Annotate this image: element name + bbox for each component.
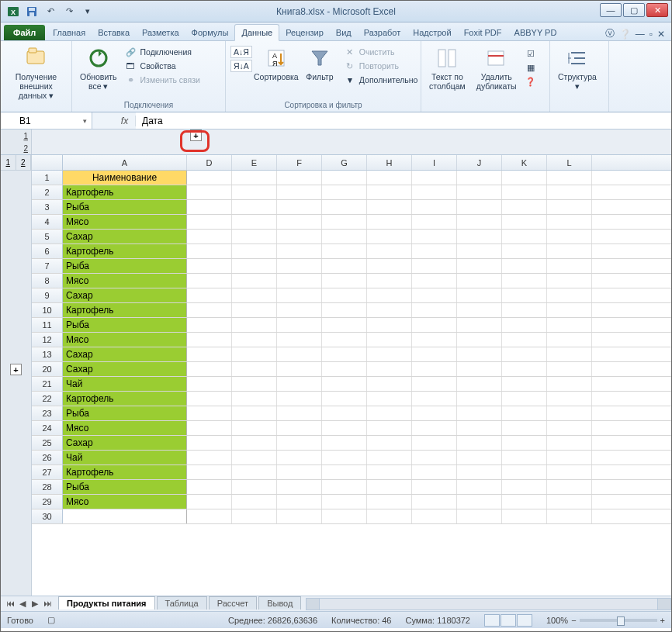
formula-input[interactable]: Дата bbox=[136, 112, 671, 129]
cell[interactable] bbox=[277, 200, 322, 214]
cell[interactable] bbox=[502, 451, 547, 465]
cell[interactable] bbox=[367, 274, 412, 288]
cell-A[interactable]: Чай bbox=[63, 451, 187, 465]
cell[interactable] bbox=[232, 465, 277, 479]
tab-nav-first-icon[interactable]: ⏮ bbox=[4, 599, 16, 609]
tab-home[interactable]: Главная bbox=[47, 25, 92, 40]
col-header-D[interactable]: D bbox=[187, 155, 232, 170]
cell[interactable] bbox=[277, 421, 322, 435]
sort-button[interactable]: АЯ Сортировка bbox=[257, 44, 296, 83]
cell[interactable] bbox=[322, 495, 367, 509]
cell[interactable] bbox=[547, 480, 592, 494]
cell[interactable] bbox=[232, 509, 277, 523]
cell[interactable] bbox=[547, 406, 592, 420]
cell[interactable] bbox=[412, 244, 457, 258]
row-header[interactable]: 13 bbox=[32, 347, 63, 361]
cell[interactable] bbox=[502, 421, 547, 435]
cell[interactable] bbox=[187, 347, 232, 361]
tab-addins[interactable]: Надстрой bbox=[407, 25, 457, 40]
cell[interactable] bbox=[547, 185, 592, 199]
cell[interactable] bbox=[412, 288, 457, 302]
cell[interactable] bbox=[322, 288, 367, 302]
cell[interactable] bbox=[232, 244, 277, 258]
col-header-H[interactable]: H bbox=[367, 155, 412, 170]
col-header-I[interactable]: I bbox=[412, 155, 457, 170]
whatif-icon[interactable]: ❓ bbox=[525, 75, 537, 88]
cell[interactable] bbox=[502, 377, 547, 391]
cell-A[interactable]: Мясо bbox=[63, 495, 187, 509]
cell[interactable] bbox=[232, 406, 277, 420]
cell[interactable] bbox=[187, 200, 232, 214]
cell[interactable] bbox=[232, 171, 277, 185]
cell[interactable] bbox=[457, 377, 502, 391]
cell[interactable] bbox=[322, 392, 367, 406]
tab-review[interactable]: Рецензир bbox=[279, 25, 330, 40]
cell[interactable] bbox=[232, 347, 277, 361]
sort-az-button[interactable]: А↓Я bbox=[230, 46, 252, 58]
col-outline-level-1[interactable]: 1 bbox=[1, 130, 32, 142]
cell-A[interactable]: Сахар bbox=[63, 362, 187, 376]
cell[interactable] bbox=[502, 465, 547, 479]
cell[interactable] bbox=[547, 392, 592, 406]
cell[interactable] bbox=[412, 421, 457, 435]
cell[interactable] bbox=[412, 185, 457, 199]
cell[interactable] bbox=[277, 230, 322, 243]
cell[interactable] bbox=[277, 259, 322, 273]
view-buttons[interactable] bbox=[484, 614, 532, 627]
cell[interactable] bbox=[502, 509, 547, 523]
cell[interactable] bbox=[322, 274, 367, 288]
tab-view[interactable]: Вид bbox=[330, 25, 358, 40]
cell[interactable] bbox=[322, 171, 367, 185]
cell[interactable] bbox=[502, 362, 547, 376]
cell[interactable] bbox=[277, 244, 322, 258]
col-header-L[interactable]: L bbox=[547, 155, 592, 170]
cell[interactable] bbox=[232, 318, 277, 332]
sheet-tab-0[interactable]: Продукты питания bbox=[58, 596, 155, 610]
row-header[interactable]: 10 bbox=[32, 303, 63, 317]
cell[interactable] bbox=[367, 465, 412, 479]
doc-close-icon[interactable]: ✕ bbox=[657, 29, 665, 40]
cell[interactable] bbox=[457, 421, 502, 435]
cell[interactable] bbox=[547, 230, 592, 243]
row-header[interactable]: 24 bbox=[32, 421, 63, 435]
cell[interactable] bbox=[187, 392, 232, 406]
cell[interactable] bbox=[367, 392, 412, 406]
cell[interactable] bbox=[187, 377, 232, 391]
cell[interactable] bbox=[457, 259, 502, 273]
cell[interactable] bbox=[412, 259, 457, 273]
cell[interactable] bbox=[502, 171, 547, 185]
cell[interactable] bbox=[547, 171, 592, 185]
row-header[interactable]: 8 bbox=[32, 274, 63, 288]
cell[interactable] bbox=[277, 288, 322, 302]
cell-A[interactable]: Рыба bbox=[63, 406, 187, 420]
cell[interactable] bbox=[232, 303, 277, 317]
cell[interactable] bbox=[457, 303, 502, 317]
cell-A[interactable]: Мясо bbox=[63, 421, 187, 435]
cell[interactable] bbox=[547, 377, 592, 391]
cell[interactable] bbox=[457, 200, 502, 214]
tab-nav-next-icon[interactable]: ▶ bbox=[29, 599, 41, 609]
cell[interactable] bbox=[277, 362, 322, 376]
zoom-level[interactable]: 100% bbox=[546, 616, 568, 625]
cell[interactable] bbox=[457, 215, 502, 229]
cell[interactable] bbox=[367, 436, 412, 450]
cell-A[interactable]: Рыба bbox=[63, 200, 187, 214]
cell[interactable] bbox=[367, 215, 412, 229]
col-header-J[interactable]: J bbox=[457, 155, 502, 170]
remove-duplicates-button[interactable]: Удалить дубликаты bbox=[473, 44, 520, 92]
cell[interactable] bbox=[547, 347, 592, 361]
cell-A[interactable]: Картофель bbox=[63, 465, 187, 479]
name-box[interactable]: B1 bbox=[1, 112, 92, 129]
cell[interactable] bbox=[322, 406, 367, 420]
cell[interactable] bbox=[277, 274, 322, 288]
cell[interactable] bbox=[457, 333, 502, 347]
tab-developer[interactable]: Разработ bbox=[358, 25, 407, 40]
cell[interactable] bbox=[232, 185, 277, 199]
tab-nav-last-icon[interactable]: ⏭ bbox=[41, 599, 54, 609]
cell[interactable] bbox=[547, 259, 592, 273]
cell[interactable] bbox=[457, 347, 502, 361]
cell[interactable] bbox=[547, 215, 592, 229]
cell[interactable] bbox=[232, 436, 277, 450]
fx-icon[interactable]: fx bbox=[114, 116, 136, 126]
cell[interactable] bbox=[412, 509, 457, 523]
